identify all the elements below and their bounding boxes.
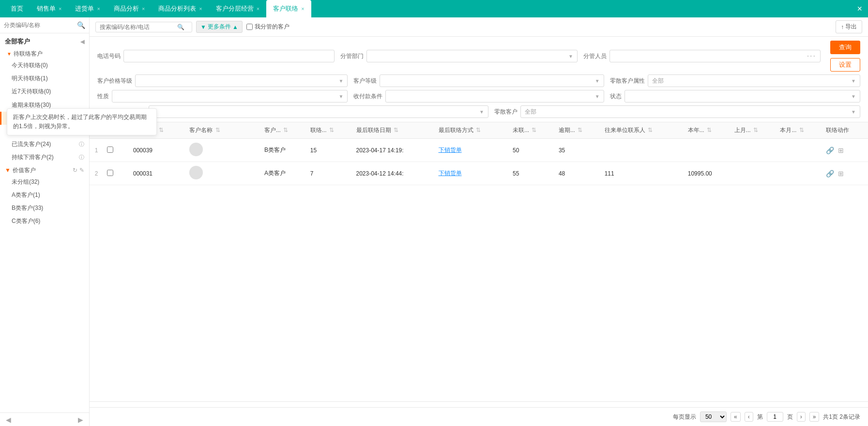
nav-sales-close[interactable]: ×	[59, 6, 61, 12]
last-page-button[interactable]: »	[809, 412, 820, 422]
nav-product-analysis[interactable]: 商品分析 ×	[107, 0, 152, 17]
row-2-grid-icon[interactable]: ⊞	[838, 170, 844, 177]
setting-button[interactable]: 设置	[830, 58, 860, 72]
col-unit-contact[interactable]: 往来单位联系人 ⇅	[602, 122, 685, 139]
query-button[interactable]: 查询	[830, 41, 860, 54]
sidebar-group-value[interactable]: ▼ 价值客户 ↻ ✎	[0, 164, 89, 176]
row-1-link-icon[interactable]: 🔗	[826, 147, 834, 154]
table-row: 1 000039 B类客户 15 2023-04-17 14:19:	[90, 139, 868, 162]
sidebar-left-arrow[interactable]: ◀	[6, 416, 11, 424]
filter-retail-attr-select[interactable]: 全部 ▼	[648, 74, 860, 87]
col-type[interactable]: 客户... ⇅	[261, 122, 307, 139]
col-contact[interactable]: 联络... ⇅	[307, 122, 353, 139]
filter-status-select[interactable]: ▼	[624, 90, 860, 103]
row-1-contact-link[interactable]: 下销货单	[439, 147, 462, 153]
filter-retail-customer: 零散客户 全部 ▼	[494, 105, 860, 118]
sort-icon9: ⇅	[648, 127, 653, 133]
page-number-input[interactable]	[767, 412, 783, 422]
prev-page-button[interactable]: ‹	[745, 412, 753, 422]
sidebar-group-pending[interactable]: ▼ 待联络客户	[0, 48, 89, 59]
horizontal-scrollbar[interactable]	[90, 401, 868, 407]
table-area: ⚙ 客户编码 ⇅ 客户名称 ⇅ 客户... ⇅	[90, 122, 868, 401]
filter-person-label: 分管人员	[583, 52, 607, 60]
filter-row-3: 性质 ▼ 收付款条件 ▼ 状态	[97, 90, 860, 103]
col-name[interactable]: 客户名称 ⇅	[186, 122, 261, 139]
nav-product-analysis-close[interactable]: ×	[142, 6, 145, 12]
sort-icon5: ⇅	[394, 127, 398, 133]
col-overdue[interactable]: 逾期... ⇅	[556, 122, 602, 139]
nav-customer-stratify-close[interactable]: ×	[257, 6, 259, 12]
nav-product-analysis-list[interactable]: 商品分析列表 ×	[152, 0, 209, 17]
chevron-down-icon6: ▼	[595, 94, 600, 99]
sort-icon6: ⇅	[476, 127, 481, 133]
col-last-contact-way[interactable]: 最后联络方式 ⇅	[436, 122, 510, 139]
sidebar-item-today[interactable]: 今天待联络(0)	[0, 59, 89, 72]
refresh-icon[interactable]: ↻	[73, 167, 77, 174]
sidebar-item-ungrouped[interactable]: 未分组(32)	[0, 176, 89, 189]
col-this-month[interactable]: 本月... ⇅	[777, 122, 823, 139]
col-last-month[interactable]: 上月... ⇅	[731, 122, 777, 139]
col-last-contact-date[interactable]: 最后联络日期 ⇅	[353, 122, 436, 139]
filter-level-select[interactable]: ▼	[380, 74, 604, 87]
filter-gender-select[interactable]: ▼	[112, 90, 348, 103]
sidebar-item-class-c[interactable]: C类客户(6)	[0, 215, 89, 228]
row-1-checkbox[interactable]	[107, 147, 113, 153]
row-2-checkbox[interactable]	[107, 170, 113, 176]
nav-purchase[interactable]: 进货单 ×	[68, 0, 107, 17]
filter-customer-type-select[interactable]: ▼	[149, 105, 488, 118]
sidebar-item-class-a[interactable]: A类客户(1)	[0, 189, 89, 202]
edit-icon[interactable]: ✎	[79, 167, 84, 174]
row-1-name	[186, 139, 261, 162]
table-header-row: ⚙ 客户编码 ⇅ 客户名称 ⇅ 客户... ⇅	[90, 122, 868, 139]
sort-icon3: ⇅	[283, 127, 288, 133]
nav-product-analysis-list-close[interactable]: ×	[199, 6, 202, 12]
filter-level-label: 客户等级	[353, 77, 377, 85]
col-this-year[interactable]: 本年... ⇅	[685, 122, 731, 139]
filter-payment-label: 收付款条件	[353, 92, 382, 101]
first-page-button[interactable]: «	[731, 412, 741, 422]
sidebar-item-class-b[interactable]: B类客户(33)	[0, 202, 89, 215]
row-2-contact-link[interactable]: 下销货单	[439, 170, 462, 176]
per-page-select[interactable]: 50 100 200	[700, 411, 727, 422]
row-2-action: 🔗 ⊞	[823, 162, 868, 185]
sidebar-search-icon[interactable]: 🔍	[77, 21, 85, 29]
row-2-this-month	[777, 162, 823, 185]
sidebar-item-declining[interactable]: 持续下滑客户(2) ⓘ	[0, 151, 89, 164]
filter-dept-select[interactable]: ▼	[366, 50, 578, 62]
filter-person-select[interactable]: ···	[609, 50, 821, 62]
export-button[interactable]: ↑ 导出	[836, 20, 862, 33]
sidebar-search-area: 🔍	[0, 17, 89, 33]
sidebar-search-input[interactable]	[4, 22, 77, 29]
filter-dept: 分管部门 ▼	[340, 50, 578, 62]
dots-icon[interactable]: ···	[807, 52, 816, 60]
filter-payment-select[interactable]: ▼	[385, 90, 604, 103]
row-1-this-month	[777, 139, 823, 162]
sidebar-right-arrow[interactable]: ▶	[78, 416, 83, 424]
search-icon[interactable]: 🔍	[177, 24, 184, 30]
row-2-link-icon[interactable]: 🔗	[826, 170, 834, 177]
sidebar-all-customers[interactable]: 全部客户 ◀	[0, 33, 89, 48]
more-conditions-button[interactable]: ▼ 更多条件 ▲	[196, 21, 243, 33]
col-uncontacted[interactable]: 未联... ⇅	[510, 122, 556, 139]
my-customer-checkbox[interactable]	[246, 24, 253, 30]
sidebar-item-lost[interactable]: 已流失客户(24) ⓘ	[0, 138, 89, 151]
row-1-grid-icon[interactable]: ⊞	[838, 147, 844, 154]
filter-phone-input[interactable]	[123, 50, 335, 62]
next-page-button[interactable]: ›	[797, 412, 806, 422]
sidebar-item-tomorrow[interactable]: 明天待联络(1)	[0, 72, 89, 85]
window-close-button[interactable]: ×	[857, 4, 862, 14]
nav-customer-stratify[interactable]: 客户分层经营 ×	[209, 0, 266, 17]
nav-purchase-close[interactable]: ×	[97, 6, 100, 12]
row-2-type: A类客户	[261, 162, 307, 185]
search-input[interactable]	[100, 24, 177, 30]
nav-sales[interactable]: 销售单 ×	[30, 0, 68, 17]
filter-retail-attr-label: 零散客户属性	[610, 77, 645, 85]
filter-retail-customer-select[interactable]: 全部 ▼	[520, 105, 860, 118]
nav-customer-contact[interactable]: 客户联络 ×	[266, 0, 311, 17]
toolbar: 🔍 ▼ 更多条件 ▲ 我分管的客户 ↑ 导出	[90, 17, 868, 37]
filter-price-level-select[interactable]: ▼	[135, 74, 348, 87]
nav-customer-contact-close[interactable]: ×	[301, 6, 304, 12]
sidebar-item-7days[interactable]: 近7天待联络(0)	[0, 85, 89, 98]
chevron-down-icon8: ▼	[479, 109, 484, 115]
nav-home[interactable]: 首页	[4, 0, 30, 17]
